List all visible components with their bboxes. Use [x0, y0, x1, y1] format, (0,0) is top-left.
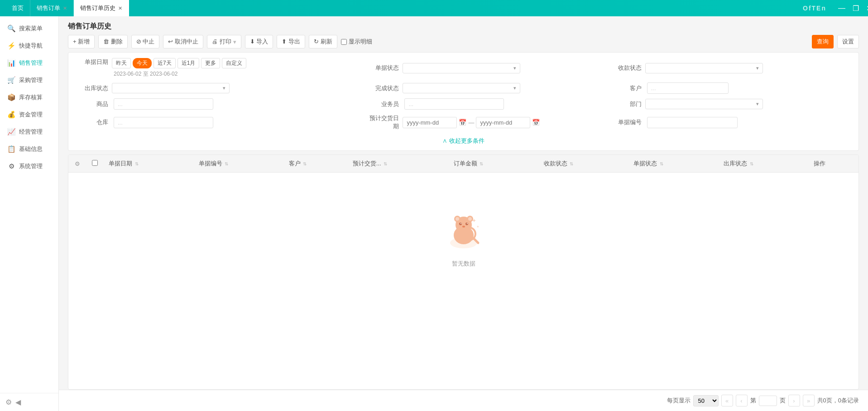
top-bar: 首页 销售订单 ✕ 销售订单历史 ✕ OfTEn — ❐ ✕ [0, 0, 868, 16]
status-label: 单据状态 [366, 64, 403, 72]
sort-bill-status-icon[interactable]: ⇅ [660, 161, 663, 166]
col-bill-status: 单据状态 ⇅ [628, 155, 718, 173]
svg-text:✦: ✦ [472, 218, 476, 224]
display-detail-checkbox[interactable] [341, 39, 347, 45]
date-label: 单据日期 [76, 58, 112, 66]
col-out-status: 出库状态 ⇅ [718, 155, 808, 173]
tab-sales-order[interactable]: 销售订单 ✕ [30, 0, 74, 16]
select-all-checkbox[interactable] [92, 160, 98, 166]
delivery-date-start-calendar[interactable]: 📅 [459, 119, 466, 126]
tab-home[interactable]: 首页 [5, 0, 30, 16]
col-amount: 订单金额 ⇅ [448, 155, 538, 173]
brand-text: OfTEn [803, 5, 826, 12]
settings-btn[interactable]: 设置 [837, 35, 859, 48]
sidebar-item-basic-info[interactable]: 📋 基础信息 [0, 140, 58, 158]
svg-point-4 [456, 217, 459, 221]
collapse-filter-btn[interactable]: ∧ 收起更多条件 [76, 135, 851, 145]
status-select[interactable]: ▾ [403, 63, 520, 73]
filter-row-4: 仓库 ... 预计交货日期 📅 — 📅 单据编号 [76, 114, 851, 131]
salesman-picker[interactable]: ... [404, 98, 504, 110]
finance-icon: 💰 [7, 111, 15, 119]
next-page-btn[interactable]: › [788, 395, 800, 406]
sidebar-item-inventory[interactable]: 📦 库存核算 [0, 89, 58, 106]
sidebar-item-search[interactable]: 🔍 搜索菜单 [0, 20, 58, 37]
goods-picker[interactable]: ... [114, 98, 213, 110]
new-btn[interactable]: + 新增 [68, 35, 95, 48]
date-custom-btn[interactable]: 自定义 [222, 58, 246, 68]
receipt-status-select[interactable]: ▾ [645, 63, 763, 73]
bill-no-input[interactable] [647, 117, 738, 128]
prev-page-btn[interactable]: ‹ [736, 395, 748, 406]
date-range-text: 2023-06-02 至 2023-06-02 [114, 70, 246, 78]
sort-delivery-icon[interactable]: ⇅ [384, 161, 387, 166]
total-info: 共0页，0条记录 [817, 396, 859, 405]
first-page-btn[interactable]: « [721, 395, 733, 406]
restore-btn[interactable]: ❐ [850, 3, 862, 14]
sidebar-item-quicknav[interactable]: ⚡ 快捷导航 [0, 37, 58, 54]
page-input[interactable]: 1 [759, 396, 777, 406]
date-more-btn[interactable]: 更多 [201, 58, 220, 68]
inventory-icon: 📦 [7, 93, 15, 102]
print-btn[interactable]: 🖨 打印 ▾ [207, 35, 241, 48]
sort-customer-icon[interactable]: ⇅ [303, 161, 307, 166]
last-page-btn[interactable]: » [803, 395, 815, 406]
svg-point-9 [460, 223, 461, 224]
date-today-btn[interactable]: 今天 [133, 58, 152, 68]
table-header-checkbox[interactable] [86, 155, 103, 173]
cancel-stop-btn[interactable]: ↩ 取消中止 [163, 35, 203, 48]
query-btn[interactable]: 查询 [812, 35, 834, 48]
sidebar-collapse-btn[interactable]: ◀ [15, 398, 21, 406]
sales-icon: 📊 [7, 59, 15, 67]
display-detail-checkbox-label: 显示明细 [341, 38, 372, 46]
complete-status-select[interactable]: ▾ [403, 83, 520, 93]
col-delivery: 预计交货... ⇅ [347, 155, 448, 173]
sidebar-settings-btn[interactable]: ⚙ [5, 398, 12, 406]
tab-sales-order-history[interactable]: 销售订单历史 ✕ [74, 0, 129, 16]
delivery-date-end-calendar[interactable]: 📅 [532, 119, 540, 126]
minimize-btn[interactable]: — [835, 3, 848, 14]
sidebar-item-system[interactable]: ⚙ 系统管理 [0, 158, 58, 175]
page-label: 第 [750, 396, 756, 405]
delete-btn[interactable]: 🗑 删除 [98, 35, 128, 48]
close-tab-history[interactable]: ✕ [118, 5, 122, 11]
basic-info-icon: 📋 [7, 145, 15, 153]
table-settings-icon[interactable]: ⚙ [68, 155, 86, 173]
delivery-date-end[interactable] [476, 117, 530, 128]
per-page-select[interactable]: 20 50 100 [693, 395, 719, 406]
close-tab-sales-order[interactable]: ✕ [63, 5, 67, 11]
stop-btn[interactable]: ⊘ 中止 [131, 35, 160, 48]
sidebar-item-operations[interactable]: 📈 经营管理 [0, 123, 58, 140]
sort-out-status-icon[interactable]: ⇅ [750, 161, 753, 166]
date-1month-btn[interactable]: 近1月 [177, 58, 200, 68]
warehouse-picker[interactable]: ... [114, 117, 213, 128]
search-icon: 🔍 [7, 24, 15, 33]
col-date: 单据日期 ⇅ [103, 155, 193, 173]
export-btn[interactable]: ⬆ 导出 [277, 35, 305, 48]
page-title: 销售订单历史 [59, 16, 868, 35]
svg-point-11 [462, 226, 465, 227]
per-page-label: 每页显示 [667, 396, 691, 405]
sort-amount-icon[interactable]: ⇅ [480, 161, 483, 166]
close-window-btn[interactable]: ✕ [863, 3, 868, 14]
out-status-select[interactable]: ▾ [112, 83, 230, 93]
delivery-date-start[interactable] [403, 117, 457, 128]
filter-area: 单据日期 昨天 今天 近7天 近1月 更多 自定义 2023-06-02 至 2… [68, 52, 859, 151]
sidebar-item-purchase[interactable]: 🛒 采购管理 [0, 72, 58, 89]
sidebar-item-finance[interactable]: 💰 资金管理 [0, 106, 58, 123]
import-btn[interactable]: ⬇ 导入 [245, 35, 273, 48]
receipt-status-label: 收款状态 [609, 64, 645, 72]
sidebar-item-sales[interactable]: 📊 销售管理 [0, 54, 58, 72]
sort-receipt-icon[interactable]: ⇅ [570, 161, 573, 166]
svg-point-10 [466, 223, 467, 224]
date-yesterday-btn[interactable]: 昨天 [112, 58, 131, 68]
filter-row-2: 出库状态 ▾ 完成状态 ▾ 客户 ... [76, 82, 851, 94]
goods-label: 商品 [76, 100, 112, 108]
refresh-btn[interactable]: ↻ 刷新 [309, 35, 337, 48]
sort-date-icon[interactable]: ⇅ [135, 161, 139, 166]
sort-bill-no-icon[interactable]: ⇅ [225, 161, 228, 166]
customer-picker[interactable]: ... [647, 82, 729, 94]
col-receipt-status: 收款状态 ⇅ [538, 155, 628, 173]
date-7days-btn[interactable]: 近7天 [153, 58, 176, 68]
table-header-row: ⚙ 单据日期 ⇅ 单据编号 ⇅ 客户 [68, 155, 858, 173]
dept-select[interactable]: ▾ [645, 99, 763, 109]
